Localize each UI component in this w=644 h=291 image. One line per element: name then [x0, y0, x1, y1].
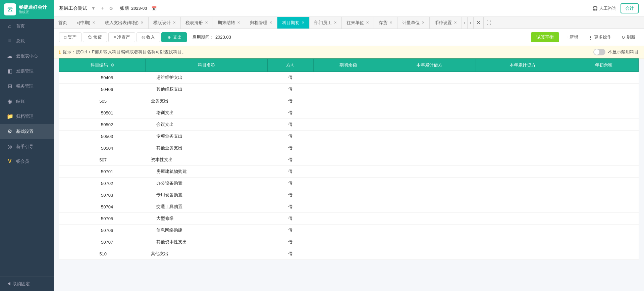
cell-name: 其他资本性支出 [146, 236, 267, 248]
cell-ytd-credit [476, 166, 569, 178]
sidebar-item-settings[interactable]: ⚙ 基础设置 [0, 124, 54, 139]
calendar-icon[interactable]: 📅 [151, 6, 157, 11]
topbar: 基层工会测试 ▼ ＋ ⚙ 账期 2023-03 📅 🎧 人工咨询 会计 [54, 0, 644, 17]
tab-inventory[interactable]: 存货 ✕ [374, 17, 397, 29]
sidebar-item-invoice[interactable]: ◧ 发票管理 [0, 63, 54, 79]
tab-unit[interactable]: 计量单位 ✕ [397, 17, 430, 29]
tab-annual-close[interactable]: ✕ [141, 20, 144, 25]
cell-opening-balance [314, 201, 383, 213]
tab-dept-staff[interactable]: 部门员工 ✕ [310, 17, 342, 29]
tab-inventory-label: 存货 [379, 20, 387, 26]
cell-year-opening [569, 119, 638, 131]
cell-year-opening [569, 95, 638, 107]
table-row[interactable]: 50501培训支出借 [59, 107, 639, 119]
table-row[interactable]: 50706信息网络购建借 [59, 225, 639, 236]
more-btn[interactable]: ⋮ 更多操作 [585, 33, 615, 42]
table-row[interactable]: 50701房屋建筑物购建借 [59, 166, 639, 178]
content-area: □ 资产 负 负债 ≡ 净资产 ◎ 收入 ⊕ 支出 启用期间： 2023.03 [54, 29, 644, 291]
tab-unit-close[interactable]: ✕ [422, 20, 425, 25]
table-row[interactable]: 510其他支出借 [59, 248, 639, 260]
sidebar-item-tax[interactable]: ⊞ 税务管理 [0, 79, 54, 94]
table-row[interactable]: 50703专用设备购置借 [59, 189, 639, 201]
tab-inventory-close[interactable]: ✕ [389, 20, 392, 25]
tab-dept-close[interactable]: ✕ [334, 20, 337, 25]
sidebar-item-guide[interactable]: ◎ 新手引导 [0, 139, 54, 154]
filter-tab-net-asset[interactable]: ≡ 净资产 [108, 32, 135, 42]
cell-year-opening [569, 189, 638, 201]
sidebar-item-cloud-report[interactable]: ☁ 云报表中心 [0, 48, 54, 63]
table-row[interactable]: 50406其他维权支出借 [59, 84, 639, 95]
sidebar-item-archive[interactable]: 📁 归档管理 [0, 109, 54, 124]
tabs-close-all-btn[interactable]: ✕ [474, 17, 483, 29]
tax-icon: ⊞ [7, 83, 13, 89]
col-ytd-credit: 本年累计贷方 [476, 59, 569, 72]
cell-opening-balance [314, 225, 383, 236]
table-row[interactable]: 50705大型修缮借 [59, 213, 639, 225]
tab-template[interactable]: 模版设计 ✕ [149, 17, 181, 29]
tabs-next-btn[interactable]: › [468, 17, 473, 29]
table-row[interactable]: 50704交通工具购置借 [59, 201, 639, 213]
tab-archive[interactable]: 归档管理 ✕ [245, 17, 277, 29]
table-row[interactable]: 50405运维维护支出借 [59, 72, 639, 84]
tab-period-end[interactable]: 期末结转 ✕ [213, 17, 245, 29]
balance-btn[interactable]: 试算平衡 [531, 32, 559, 42]
cell-year-opening [569, 84, 638, 95]
tab-template-close[interactable]: ✕ [173, 20, 176, 25]
help-btn[interactable]: 🎧 人工咨询 [592, 5, 616, 11]
cell-direction: 借 [267, 119, 313, 131]
filter-tab-expenditure[interactable]: ⊕ 支出 [161, 32, 187, 42]
tab-tax-close[interactable]: ✕ [205, 20, 208, 25]
cell-name: 信息网络购建 [146, 225, 267, 236]
filter-tab-liability[interactable]: 负 负债 [83, 32, 107, 42]
table-row[interactable]: 50702办公设备购置借 [59, 178, 639, 189]
company-dropdown-icon[interactable]: ▼ [91, 6, 96, 11]
tab-currency-close[interactable]: ✕ [454, 20, 457, 25]
table-row[interactable]: 50504其他业务支出借 [59, 142, 639, 154]
tab-tax-table[interactable]: 税表清册 ✕ [181, 17, 213, 29]
cell-code: 50706 [59, 225, 146, 236]
sidebar-item-ledger[interactable]: ≡ 总账 [0, 34, 54, 48]
tab-contacts-close[interactable]: ✕ [366, 20, 369, 25]
tab-currency[interactable]: 币种设置 ✕ [430, 17, 462, 29]
sidebar-collapse-btn[interactable]: ◀ 取消固定 [0, 277, 54, 291]
table-row[interactable]: 505业务支出借 [59, 95, 639, 107]
filter-tab-asset[interactable]: □ 资产 [59, 32, 82, 42]
cell-ytd-credit [476, 189, 569, 201]
topbar-settings-icon[interactable]: ⚙ [109, 6, 113, 11]
tab-mid-period-close[interactable]: ✕ [92, 20, 95, 25]
tab-mid-period[interactable]: ε(中期) ✕ [72, 17, 100, 29]
filter-tab-income[interactable]: ◎ 收入 [137, 32, 160, 42]
table-row[interactable]: 50707其他资本性支出借 [59, 236, 639, 248]
income-icon: ◎ [142, 35, 145, 40]
cell-code: 507 [59, 154, 146, 166]
tab-contacts[interactable]: 往来单位 ✕ [342, 17, 374, 29]
tab-period-end-close[interactable]: ✕ [237, 20, 240, 25]
add-tab-btn[interactable]: ＋ [100, 5, 105, 12]
table-row[interactable]: 507资本性支出借 [59, 154, 639, 166]
account-btn[interactable]: 会计 [621, 3, 639, 13]
sidebar-item-member[interactable]: V 畅会员 [0, 154, 54, 169]
add-btn[interactable]: + 新增 [562, 33, 582, 42]
sidebar-item-home[interactable]: ⌂ 首页 [0, 19, 54, 34]
col-settings-icon[interactable]: ⚙ [111, 63, 114, 67]
tabs-prev-btn[interactable]: ‹ [462, 17, 468, 29]
tabs-bar: 首页 ε(中期) ✕ 收入支出表(年报) ✕ 模版设计 ✕ 税表清册 ✕ 期末结… [54, 17, 644, 29]
cell-ytd-debit [383, 236, 476, 248]
table-row[interactable]: 50503专项业务支出借 [59, 131, 639, 142]
cell-direction: 借 [267, 107, 313, 119]
tabs-expand-btn[interactable]: ⛶ [483, 17, 494, 29]
refresh-btn[interactable]: ↻ 刷新 [618, 33, 639, 42]
tab-account-init-close[interactable]: ✕ [302, 20, 305, 25]
sidebar-item-invoice-label: 发票管理 [16, 68, 34, 74]
cell-name: 运维维护支出 [146, 72, 267, 84]
tab-archive-close[interactable]: ✕ [269, 20, 272, 25]
col-opening-balance: 期初余额 [314, 59, 383, 72]
tab-account-init[interactable]: 科目期初 ✕ [277, 17, 310, 29]
tab-annual-report[interactable]: 收入支出表(年报) ✕ [100, 17, 149, 29]
period-text: 账期 [120, 6, 129, 11]
more-icon: ⋮ [588, 35, 593, 40]
disable-toggle[interactable] [593, 49, 605, 55]
tab-home[interactable]: 首页 [54, 17, 72, 29]
table-row[interactable]: 50502会议支出借 [59, 119, 639, 131]
sidebar-item-close-account[interactable]: ◉ 结账 [0, 94, 54, 109]
